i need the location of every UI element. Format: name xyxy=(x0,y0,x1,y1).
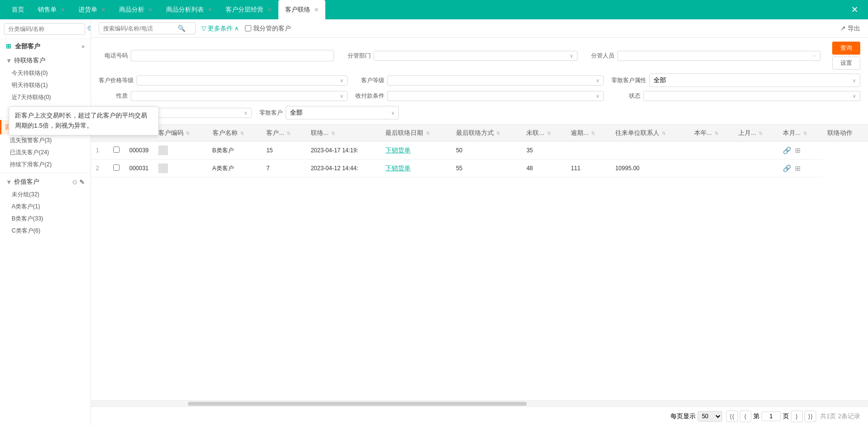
close-contact-icon[interactable]: ✕ xyxy=(314,7,319,13)
filter-more-conditions[interactable]: ▽ 更多条件 ∧ xyxy=(201,24,239,33)
col-header-name[interactable]: 客户名称 ⇅ xyxy=(208,125,262,142)
sidebar-all-customers[interactable]: ⊞ 全部客户 » xyxy=(0,39,91,54)
row1-check[interactable] xyxy=(108,142,124,160)
prev-page-button[interactable]: ⟨ xyxy=(740,411,751,422)
sidebar-item-declining[interactable]: 持续下滑客户(2) xyxy=(0,159,91,171)
sidebar-item-loss-warning[interactable]: 流失预警客户(3) xyxy=(0,134,91,147)
filter-retail-attr-select[interactable]: 全部 ∨ xyxy=(649,73,860,87)
row2-last-method[interactable]: 下销货单 xyxy=(381,160,451,177)
filter-search-icon[interactable]: 🔍 xyxy=(178,25,185,32)
close-segment-icon[interactable]: ✕ xyxy=(267,7,272,13)
nav-item-product-list[interactable]: 商品分析列表 ✕ xyxy=(159,0,219,19)
row2-link-icon[interactable]: 🔗 xyxy=(783,164,791,172)
sidebar: 🔍 ⊞ 全部客户 » ▼ 待联络客户 今天待联络(0) 明天待联络(1) 近7天… xyxy=(0,19,91,426)
table-scroll-thumb[interactable] xyxy=(188,402,527,406)
row1-last-method[interactable]: 下销货单 xyxy=(381,142,451,160)
col-header-type[interactable]: 客户... ⇅ xyxy=(261,125,306,142)
price-chevron-icon: ∨ xyxy=(340,78,343,83)
nav-item-customer-segment[interactable]: 客户分层经营 ✕ xyxy=(219,0,278,19)
filter-my-customers[interactable]: 我分管的客户 xyxy=(245,24,291,33)
filter-phone-input[interactable] xyxy=(131,50,334,61)
row1-unit-contact xyxy=(566,142,610,160)
row2-checkbox[interactable] xyxy=(113,164,120,171)
row2-grid-icon[interactable]: ⊞ xyxy=(795,164,801,172)
col-header-code[interactable]: 客户编码 ⇅ xyxy=(153,125,208,142)
table-header-row: ⚙ 客户编码 ⇅ 客户名称 ⇅ 客户... ⇅ xyxy=(91,125,868,142)
close-purchase-icon[interactable]: ✕ xyxy=(101,7,106,13)
col-header-this-month[interactable]: 本月... ⇅ xyxy=(778,125,822,142)
row2-check[interactable] xyxy=(108,160,124,177)
nav-item-home[interactable]: 首页 xyxy=(5,0,31,19)
filter-dept-select[interactable]: ∨ xyxy=(374,51,577,61)
per-page-label: 每页显示 xyxy=(670,412,696,421)
sidebar-item-today[interactable]: 今天待联络(0) xyxy=(0,67,91,79)
sidebar-item-7days[interactable]: 近7天待联络(0) xyxy=(0,91,91,103)
page-number-input[interactable] xyxy=(761,411,781,421)
col-header-unit-contact[interactable]: 往来单位联系人 ⇅ xyxy=(610,125,689,142)
filter-search-input[interactable] xyxy=(103,25,176,32)
customer-edit-icon[interactable]: ⊙ xyxy=(72,178,77,186)
filter-price-select[interactable]: ∨ xyxy=(137,75,348,86)
row2-avatar xyxy=(158,163,168,173)
row2-type: A类客户 xyxy=(208,160,262,177)
col-header-contact[interactable]: 联络... ⇅ xyxy=(306,125,381,142)
window-close-button[interactable]: ✕ xyxy=(846,4,863,15)
query-button[interactable]: 查询 xyxy=(832,42,860,55)
per-page-select[interactable]: 50 20 100 xyxy=(698,411,722,422)
row1-last-month xyxy=(689,142,734,160)
grid-icon: ⊞ xyxy=(6,43,11,50)
nav-item-customer-contact[interactable]: 客户联络 ✕ xyxy=(278,0,325,19)
first-page-button[interactable]: ⟨⟨ xyxy=(726,411,738,422)
sidebar-group-title-pending[interactable]: ▼ 待联络客户 xyxy=(0,54,91,67)
filter-gender-select[interactable]: ∨ xyxy=(131,91,348,101)
sort-last-date-icon: ⇅ xyxy=(426,131,430,136)
nav-item-purchase[interactable]: 进货单 ✕ xyxy=(72,0,112,19)
sidebar-collapse-icon[interactable]: » xyxy=(81,43,85,50)
filter-retail-customer-label: 零散客户 xyxy=(254,109,283,117)
sidebar-item-lost[interactable]: 已流失客户(24) xyxy=(0,147,91,159)
row1-code: 000039 xyxy=(124,142,153,160)
col-header-not-contact[interactable]: 未联... ⇅ xyxy=(521,125,566,142)
sort-contact-icon: ⇅ xyxy=(331,131,335,136)
filter-level-select[interactable]: ∨ xyxy=(387,75,604,86)
row1-checkbox[interactable] xyxy=(113,147,120,153)
sidebar-search-input[interactable] xyxy=(4,23,85,35)
col-header-this-year[interactable]: 本年... ⇅ xyxy=(689,125,734,142)
my-customers-checkbox[interactable] xyxy=(245,25,251,31)
filter-status-select[interactable]: ∨ xyxy=(643,91,860,101)
sidebar-customer-item-b[interactable]: B类客户(33) xyxy=(0,213,91,225)
filter-payment-select[interactable]: ∨ xyxy=(387,91,604,101)
close-product-icon[interactable]: ✕ xyxy=(148,7,152,13)
sidebar-customer-item-a[interactable]: A类客户(1) xyxy=(0,201,91,213)
col-header-last-month[interactable]: 上月... ⇅ xyxy=(733,125,778,142)
row1-link-icon[interactable]: 🔗 xyxy=(783,147,791,154)
status-chevron-icon: ∨ xyxy=(853,93,856,99)
next-page-button[interactable]: ⟩ xyxy=(791,411,803,422)
close-product-list-icon[interactable]: ✕ xyxy=(208,7,212,13)
last-page-button[interactable]: ⟩⟩ xyxy=(805,411,816,422)
sidebar-customer-item-ungroup[interactable]: 未分组(32) xyxy=(0,189,91,201)
col-header-overdue[interactable]: 逾期... ⇅ xyxy=(566,125,610,142)
row1-grid-icon[interactable]: ⊞ xyxy=(795,147,801,154)
table-row: 1 000039 B类客户 15 2023-04-17 14:19: 下销货单 … xyxy=(91,142,868,160)
all-customers-label: ⊞ 全部客户 xyxy=(6,42,40,51)
filter-actions: 查询 设置 xyxy=(832,42,860,70)
nav-item-product-analysis[interactable]: 商品分析 ✕ xyxy=(112,0,159,19)
filter-retail-customer-select[interactable]: 全部 ∨ xyxy=(286,106,399,119)
col-header-last-method[interactable]: 最后联络方式 ⇅ xyxy=(451,125,522,142)
sidebar-search-icon[interactable]: 🔍 xyxy=(87,26,91,33)
row2-overdue: 48 xyxy=(521,160,566,177)
nav-item-sales[interactable]: 销售单 ✕ xyxy=(31,0,72,19)
row2-code: 000031 xyxy=(124,160,153,177)
filter-export-btn[interactable]: ↗ 导出 xyxy=(840,24,860,33)
sidebar-customer-header[interactable]: ▼ 价值客户 ⊙ ✎ xyxy=(0,175,91,189)
sidebar-customer-item-c[interactable]: C类客户(6) xyxy=(0,225,91,237)
settings-button[interactable]: 设置 xyxy=(832,57,860,70)
col-header-last-date[interactable]: 最后联络日期 ⇅ xyxy=(381,125,451,142)
filter-manager-select[interactable]: ··· xyxy=(617,51,821,61)
row2-last-month xyxy=(689,160,734,177)
customer-add-icon[interactable]: ✎ xyxy=(79,178,85,186)
table-scrollbar[interactable] xyxy=(91,400,868,406)
close-sales-icon[interactable]: ✕ xyxy=(61,7,65,13)
sidebar-item-tomorrow[interactable]: 明天待联络(1) xyxy=(0,79,91,91)
